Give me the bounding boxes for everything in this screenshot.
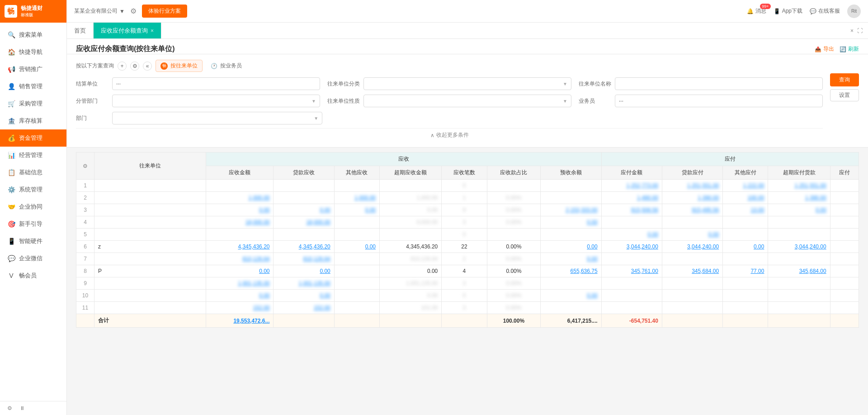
row-recv-amount-9[interactable]: 0.00 bbox=[206, 290, 274, 302]
row-loan-recv-6-link[interactable]: 810,126.64 bbox=[303, 256, 330, 262]
row-loan-recv-3[interactable]: 18,000.00 bbox=[274, 216, 334, 229]
row-other-pay-7[interactable]: 77.00 bbox=[723, 265, 768, 277]
sidebar-item-purchase[interactable]: 🛒 采购管理 bbox=[0, 95, 66, 112]
row-overdue-pay-2-link[interactable]: 0.00 bbox=[816, 207, 826, 213]
row-other-pay-2[interactable]: 13.00 bbox=[723, 204, 768, 216]
row-prepay-3-link[interactable]: 0.00 bbox=[587, 219, 597, 225]
tab-home[interactable]: 首页 bbox=[67, 23, 94, 38]
row-loan-pay-1[interactable]: 1,390.00 bbox=[662, 192, 722, 204]
row-overdue-pay-7-link[interactable]: 345,684.00 bbox=[799, 268, 826, 274]
row-loan-pay-2[interactable]: 915,495.56 bbox=[662, 204, 722, 216]
row-recv-amount-5[interactable]: 4,345,436.20 bbox=[206, 241, 274, 253]
row-recv-amount-7-link[interactable]: 0.00 bbox=[259, 268, 269, 274]
dept-managed-select[interactable]: ▼ bbox=[112, 95, 320, 107]
row-loan-pay-4[interactable]: 0.00 bbox=[662, 229, 722, 241]
row-loan-recv-7[interactable]: 0.00 bbox=[274, 265, 334, 277]
row-recv-amount-6-link[interactable]: 810,126.64 bbox=[242, 256, 269, 262]
row-loan-recv-8-link[interactable]: 1,001,135.00 bbox=[299, 280, 330, 286]
row-prepay-9[interactable]: 0.00 bbox=[541, 290, 601, 302]
sidebar-item-sales[interactable]: 👤 销售管理 bbox=[0, 78, 66, 95]
row-loan-recv-9-link[interactable]: 0.00 bbox=[320, 292, 330, 299]
row-prepay-2-link[interactable]: 2,153,333.00 bbox=[566, 207, 598, 213]
row-recv-amount-10[interactable]: 152.00 bbox=[206, 302, 274, 314]
row-other-recv-1[interactable]: 1,000.00 bbox=[334, 192, 379, 204]
row-pay-amount-5[interactable]: 3,044,240.00 bbox=[601, 241, 662, 253]
row-other-pay-2-link[interactable]: 13.00 bbox=[750, 207, 764, 213]
sidebar-item-search[interactable]: 🔍 搜索菜单 bbox=[0, 26, 66, 43]
row-recv-amount-3-link[interactable]: 18,000.00 bbox=[245, 219, 269, 225]
row-loan-pay-1-link[interactable]: 1,390.00 bbox=[698, 195, 719, 201]
scheme-collapse-button[interactable]: « bbox=[143, 62, 152, 71]
row-pay-amount-0-link[interactable]: 1,252,773.00 bbox=[627, 182, 658, 189]
row-prepay-7-link[interactable]: 655,636.75 bbox=[571, 268, 598, 274]
row-loan-recv-7-link[interactable]: 0.00 bbox=[320, 268, 330, 274]
row-overdue-pay-1-link[interactable]: 1,390.00 bbox=[805, 195, 826, 201]
row-other-pay-0[interactable]: 1,222.00 bbox=[723, 180, 768, 192]
row-prepay-7[interactable]: 655,636.75 bbox=[541, 265, 601, 277]
row-overdue-pay-0-link[interactable]: 1,251,551.00 bbox=[795, 182, 826, 189]
export-button[interactable]: 📤 导出 bbox=[815, 45, 834, 53]
partner-cat-select[interactable]: ▼ bbox=[363, 77, 571, 90]
query-button[interactable]: 查询 bbox=[830, 73, 859, 86]
table-settings-icon[interactable]: ⚙ bbox=[83, 163, 88, 169]
sidebar-footer[interactable]: ⚙ ⏸ bbox=[0, 401, 66, 415]
row-loan-pay-4-link[interactable]: 0.00 bbox=[708, 231, 719, 238]
sidebar-item-operation[interactable]: 📊 经营管理 bbox=[0, 147, 66, 164]
row-prepay-6-link[interactable]: 0.00 bbox=[587, 256, 597, 262]
row-other-recv-2[interactable]: 0.00 bbox=[334, 204, 379, 216]
row-loan-recv-2[interactable]: 0.00 bbox=[274, 204, 334, 216]
scheme-settings-button[interactable]: ⚙ bbox=[130, 62, 139, 71]
row-overdue-pay-1[interactable]: 1,390.00 bbox=[768, 192, 830, 204]
total-recv-amount[interactable]: 19,553,472,6... bbox=[206, 314, 274, 328]
notification-bell[interactable]: 🔔 消息 99+ bbox=[747, 7, 766, 15]
row-recv-amount-1[interactable]: 1,000.00 bbox=[206, 192, 274, 204]
window-close-icon[interactable]: × bbox=[850, 28, 854, 34]
row-pay-amount-5-link[interactable]: 3,044,240.00 bbox=[627, 243, 658, 250]
row-other-pay-1-link[interactable]: 100.00 bbox=[748, 195, 764, 201]
row-recv-amount-1-link[interactable]: 1,000.00 bbox=[249, 195, 270, 201]
sidebar-item-basicinfo[interactable]: 📋 基础信息 bbox=[0, 164, 66, 181]
user-avatar[interactable]: Rit bbox=[847, 5, 861, 18]
row-pay-amount-7[interactable]: 345,761.00 bbox=[601, 265, 662, 277]
row-pay-amount-2[interactable]: 915,508.56 bbox=[601, 204, 662, 216]
row-recv-amount-7[interactable]: 0.00 bbox=[206, 265, 274, 277]
row-loan-pay-0[interactable]: 1,251,551.00 bbox=[662, 180, 722, 192]
row-loan-pay-7-link[interactable]: 345,684.00 bbox=[692, 268, 719, 274]
row-other-recv-1-link[interactable]: 1,000.00 bbox=[354, 195, 376, 201]
solution-button[interactable]: 体验行业方案 bbox=[142, 5, 187, 18]
row-loan-pay-7[interactable]: 345,684.00 bbox=[662, 265, 722, 277]
row-other-pay-1[interactable]: 100.00 bbox=[723, 192, 768, 204]
row-prepay-5[interactable]: 0.00 bbox=[541, 241, 601, 253]
sidebar-item-vip[interactable]: V 畅会员 bbox=[0, 267, 66, 284]
row-pay-amount-1[interactable]: 1,490.00 bbox=[601, 192, 662, 204]
row-overdue-pay-2[interactable]: 0.00 bbox=[768, 204, 830, 216]
app-download-link[interactable]: 📱 App下载 bbox=[774, 7, 802, 15]
window-expand-icon[interactable]: ⛶ bbox=[857, 28, 863, 34]
row-other-recv-5-link[interactable]: 0.00 bbox=[365, 243, 376, 250]
setting-button[interactable]: 设置 bbox=[830, 89, 859, 101]
collapse-bar[interactable]: ∧ 收起更多条件 bbox=[76, 128, 823, 142]
row-other-recv-5[interactable]: 0.00 bbox=[334, 241, 379, 253]
row-recv-amount-10-link[interactable]: 152.00 bbox=[253, 305, 270, 311]
row-overdue-pay-7[interactable]: 345,684.00 bbox=[768, 265, 830, 277]
scheme-by-partner[interactable]: 畅 按往来单位 bbox=[156, 60, 203, 72]
row-pay-amount-0[interactable]: 1,252,773.00 bbox=[601, 180, 662, 192]
row-prepay-3[interactable]: 0.00 bbox=[541, 216, 601, 229]
online-service-link[interactable]: 💬 在线客服 bbox=[810, 7, 840, 15]
row-loan-recv-10-link[interactable]: 152.00 bbox=[314, 305, 330, 311]
row-pay-amount-7-link[interactable]: 345,761.00 bbox=[631, 268, 658, 274]
row-overdue-pay-5-link[interactable]: 3,044,240.00 bbox=[795, 243, 826, 250]
row-recv-amount-8[interactable]: 1,001,135.00 bbox=[206, 277, 274, 290]
row-recv-amount-9-link[interactable]: 0.00 bbox=[259, 292, 269, 299]
sidebar-item-inventory[interactable]: 🏦 库存核算 bbox=[0, 112, 66, 129]
row-prepay-6[interactable]: 0.00 bbox=[541, 253, 601, 265]
row-other-pay-7-link[interactable]: 77.00 bbox=[750, 268, 764, 274]
add-scheme-button[interactable]: + bbox=[118, 62, 127, 71]
sidebar-collapse-icon[interactable]: ⏸ bbox=[19, 405, 25, 411]
row-loan-pay-5-link[interactable]: 3,044,240.00 bbox=[687, 243, 719, 250]
row-overdue-pay-5[interactable]: 3,044,240.00 bbox=[768, 241, 830, 253]
row-loan-recv-5-link[interactable]: 4,345,436.20 bbox=[299, 243, 330, 250]
row-prepay-2[interactable]: 2,153,333.00 bbox=[541, 204, 601, 216]
row-loan-pay-5[interactable]: 3,044,240.00 bbox=[662, 241, 722, 253]
row-loan-recv-9[interactable]: 0.00 bbox=[274, 290, 334, 302]
